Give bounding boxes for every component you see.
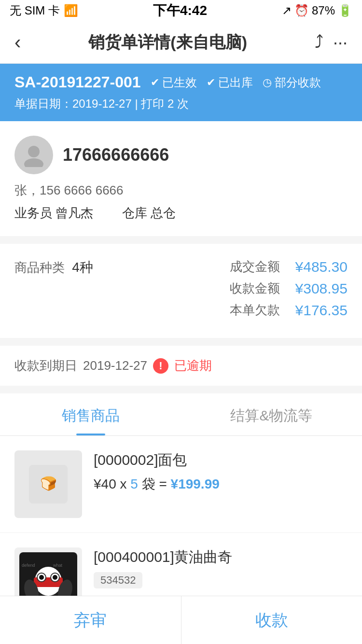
product-item: 🍞 [0000002]面包 ¥40 x 5 袋 = ¥199.99: [0, 436, 362, 533]
total-1: ¥199.99: [171, 476, 220, 491]
deal-amount: ¥485.30: [290, 259, 348, 275]
status-effective-label: 已生效: [162, 75, 197, 90]
status-bar: 无 SIM 卡 📶 下午4:42 ↗ ⏰ 87% 🔋: [0, 0, 362, 21]
overdue-icon: !: [153, 358, 168, 374]
customer-name: 张，156 6666 6666: [14, 182, 348, 199]
deal-row: 成交金额 ¥485.30: [230, 258, 348, 275]
page-title: 销货单详情(来自电脑): [88, 31, 247, 54]
avatar: [14, 136, 53, 174]
battery-icon: 🔋: [338, 4, 352, 17]
wifi-icon: 📶: [64, 4, 78, 17]
price-1: ¥40: [94, 476, 116, 491]
share-icon[interactable]: ⤴: [315, 32, 323, 53]
owe-label: 本单欠款: [230, 302, 280, 319]
due-section: 收款到期日 2019-12-27 ! 已逾期: [0, 346, 362, 386]
received-amount: ¥308.95: [290, 280, 348, 297]
amounts: 成交金额 ¥485.30 收款金额 ¥308.95 本单欠款 ¥176.35: [230, 258, 348, 323]
order-header: SA-20191227-001 ✔ 已生效 ✔ 已出库 ◷ 部分收款 单据日期：…: [0, 64, 362, 121]
equals-1: =: [159, 476, 170, 491]
status-right: ↗ ⏰ 87% 🔋: [282, 4, 352, 17]
status-partial-label: 部分收款: [275, 75, 321, 90]
salesperson-label: 业务员 曾凡杰: [14, 205, 93, 222]
status-shipped-label: 已出库: [218, 75, 253, 90]
deal-label: 成交金额: [230, 258, 280, 275]
product-name-2: [000400001]黄油曲奇: [94, 547, 348, 567]
status-shipped: ✔ 已出库: [207, 75, 253, 90]
confirm-button[interactable]: 收款: [181, 596, 362, 644]
order-meta: 单据日期：2019-12-27 | 打印 2 次: [14, 96, 348, 112]
tabs-row: 销售商品 结算&物流等: [0, 393, 362, 436]
svg-point-0: [28, 146, 40, 157]
location-icon: ↗: [282, 4, 292, 17]
bottom-bar: 弃审 收款: [0, 596, 362, 644]
tab-settlement[interactable]: 结算&物流等: [181, 393, 362, 435]
clock-icon: ◷: [263, 76, 272, 89]
battery-level: 87%: [312, 4, 335, 17]
unit-1: 袋: [142, 476, 155, 491]
svg-point-11: [53, 575, 57, 580]
order-id: SA-20191227-001: [14, 73, 141, 91]
tabs-section: 销售商品 结算&物流等: [0, 393, 362, 436]
received-row: 收款金额 ¥308.95: [230, 280, 348, 297]
svg-point-1: [24, 158, 43, 167]
product-name-1: [0000002]面包: [94, 450, 348, 470]
back-button[interactable]: ‹: [14, 31, 21, 53]
product-image-1: 🍞: [14, 450, 82, 518]
received-label: 收款金额: [230, 280, 280, 297]
owe-row: 本单欠款 ¥176.35: [230, 302, 348, 319]
operator-1: x: [120, 476, 131, 491]
status-partial: ◷ 部分收款: [263, 75, 321, 90]
svg-point-10: [39, 575, 44, 580]
product-sku-2: 534532: [94, 572, 142, 588]
category-info: 商品种类 4种: [14, 258, 93, 277]
more-icon[interactable]: ···: [333, 32, 348, 53]
alarm-icon: ⏰: [294, 4, 309, 17]
check-icon-2: ✔: [207, 76, 215, 89]
category-label: 商品种类: [14, 260, 65, 275]
salesperson-value: 曾凡杰: [56, 206, 93, 220]
customer-details: 业务员 曾凡杰 仓库 总仓: [14, 205, 348, 222]
nav-bar: ‹ 销货单详情(来自电脑) ⤴ ···: [0, 21, 362, 64]
due-date: 2019-12-27: [83, 358, 147, 373]
check-icon-1: ✔: [151, 76, 159, 89]
cancel-button[interactable]: 弃审: [0, 596, 181, 644]
status-effective: ✔ 已生效: [151, 75, 197, 90]
sim-status: 无 SIM 卡: [10, 3, 60, 18]
qty-1: 5: [130, 476, 138, 491]
status-left: 无 SIM 卡 📶: [10, 3, 78, 18]
product-price-1: ¥40 x 5 袋 = ¥199.99: [94, 475, 348, 493]
tab-sales[interactable]: 销售商品: [0, 393, 181, 435]
customer-section: 17666666666 张，156 6666 6666 业务员 曾凡杰 仓库 总…: [0, 121, 362, 236]
owe-amount: ¥176.35: [290, 302, 348, 319]
due-label: 收款到期日: [14, 357, 77, 374]
product-info-1: [0000002]面包 ¥40 x 5 袋 = ¥199.99: [94, 450, 348, 493]
customer-phone: 17666666666: [63, 145, 169, 165]
warehouse-value: 总仓: [151, 206, 176, 220]
status-time: 下午4:42: [153, 1, 207, 20]
category-count: 4种: [72, 260, 93, 275]
nav-actions: ⤴ ···: [315, 32, 348, 53]
svg-text:what: what: [53, 563, 63, 568]
svg-text:🍞: 🍞: [40, 476, 57, 491]
warehouse-label: 仓库 总仓: [122, 205, 176, 222]
overdue-text: 已逾期: [174, 357, 212, 374]
svg-text:defend: defend: [22, 563, 35, 568]
summary-section: 商品种类 4种 成交金额 ¥485.30 收款金额 ¥308.95 本单欠款 ¥…: [0, 244, 362, 338]
